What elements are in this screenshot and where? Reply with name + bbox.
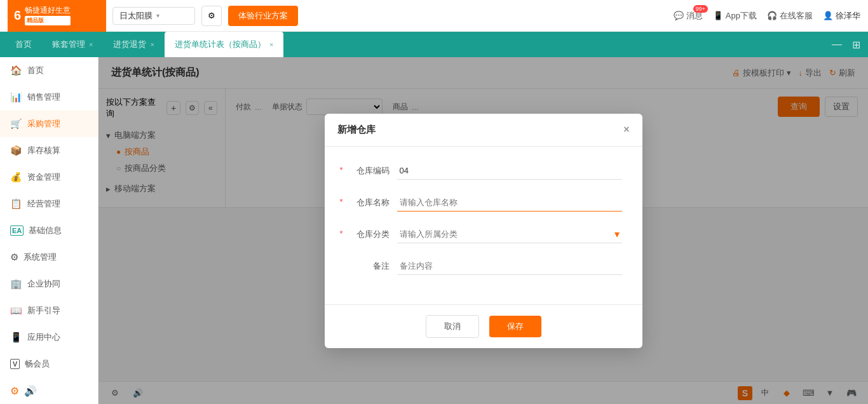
code-input[interactable] [397,162,622,180]
sidebar-item-purchase[interactable]: 🛒 采购管理 [0,111,98,137]
sidebar-item-system[interactable]: ⚙ 系统管理 [0,244,98,271]
gear-icon: ⚙ [208,11,215,20]
user-name: 徐泽华 [836,10,860,22]
sidebar-settings-icon[interactable]: ⚙ [10,385,19,397]
sidebar-item-membership[interactable]: V 畅会员 [0,351,98,377]
tab-bar: 首页 账套管理 × 进货退货 × 进货单统计表（按商品） × — ⊞ [0,32,868,57]
sidebar-item-membership-label: 畅会员 [25,358,50,370]
logo-badge: 精品版 [25,16,71,25]
sidebar-item-operations[interactable]: 📋 经营管理 [0,191,98,217]
cancel-button[interactable]: 取消 [426,315,479,338]
main-layout: 🏠 首页 📊 销售管理 🛒 采购管理 📦 库存核算 💰 资金管理 📋 经营管理 … [0,57,868,404]
tab-home-label: 首页 [15,39,32,50]
message-item[interactable]: 💬 消息 99+ [674,10,703,22]
form-row-notes: 备注 [345,257,622,275]
sidebar-item-basic-info-label: 基础信息 [29,225,62,236]
app-download-item[interactable]: 📱 App下载 [713,10,757,22]
notes-input[interactable] [397,257,622,275]
modal-overlay: 新增仓库 × 仓库编码 仓库名称 [98,57,868,404]
tab-purchase-return-label: 进货退货 [113,39,146,50]
store-name: 日太阳膜 [119,10,153,22]
notes-label: 备注 [345,260,390,272]
trial-button[interactable]: 体验行业方案 [228,6,298,26]
sidebar-item-inventory-label: 库存核算 [27,145,60,156]
headphone-icon: 🎧 [767,11,777,20]
home-icon: 🏠 [10,65,22,76]
sidebar-item-enterprise-label: 企业协同 [27,278,60,290]
operations-icon: 📋 [10,198,22,210]
sidebar-item-enterprise[interactable]: 🏢 企业协同 [0,271,98,297]
logo-text-area: 畅捷通好生意 精品版 [25,6,71,25]
tab-purchase-stats[interactable]: 进货单统计表（按商品） × [165,32,283,57]
message-badge: 99+ [693,5,708,13]
user-item[interactable]: 👤 徐泽华 [823,10,860,22]
sidebar-item-app-center[interactable]: 📱 应用中心 [0,324,98,351]
finance-icon: 💰 [10,172,22,183]
phone-icon: 📱 [713,11,723,20]
tab-purchase-return[interactable]: 进货退货 × [103,32,164,57]
modal-close-button[interactable]: × [623,124,629,135]
form-row-code: 仓库编码 [345,162,622,180]
modal-footer: 取消 保存 [325,304,642,348]
sidebar-item-inventory[interactable]: 📦 库存核算 [0,137,98,164]
sidebar-item-finance-label: 资金管理 [27,172,60,183]
sidebar-item-sales-label: 销售管理 [27,91,60,103]
new-warehouse-modal: 新增仓库 × 仓库编码 仓库名称 [325,114,642,348]
online-service-item[interactable]: 🎧 在线客服 [767,10,813,22]
sidebar-item-guide-label: 新手引导 [27,305,60,316]
content-area: 进货单统计(按商品) 🖨 按模板打印 ▾ ↓ 导出 ↻ 刷新 [98,57,868,404]
category-label: 仓库分类 [345,229,390,240]
sidebar-item-guide[interactable]: 📖 新手引导 [0,297,98,324]
membership-icon: V [10,359,20,369]
message-icon: 💬 [674,11,684,20]
code-label: 仓库编码 [345,165,390,177]
system-icon: ⚙ [10,252,18,263]
tab-purchase-stats-label: 进货单统计表（按商品） [175,39,266,50]
top-right-area: 💬 消息 99+ 📱 App下载 🎧 在线客服 👤 徐泽华 [674,10,860,22]
user-icon: 👤 [823,11,833,20]
logo-icon: 6 [14,8,21,23]
guide-icon: 📖 [10,305,22,316]
name-input[interactable] [397,194,622,212]
tab-window-actions: — ⊞ [829,36,863,53]
minimize-icon[interactable]: — [829,36,844,53]
name-label: 仓库名称 [345,197,390,208]
sidebar-item-purchase-label: 采购管理 [27,118,60,130]
modal-body: 仓库编码 仓库名称 仓库分类 ▾ [325,147,642,304]
sidebar-item-finance[interactable]: 💰 资金管理 [0,164,98,191]
sidebar: 🏠 首页 📊 销售管理 🛒 采购管理 📦 库存核算 💰 资金管理 📋 经营管理 … [0,57,98,404]
tab-purchase-stats-close[interactable]: × [269,41,273,48]
app-download-label: App下载 [726,10,757,22]
modal-header: 新增仓库 × [325,114,642,147]
save-button[interactable]: 保存 [489,316,541,337]
sidebar-bottom: ⚙ 🔊 [0,377,98,404]
top-bar: 6 畅捷通好生意 精品版 日太阳膜 ▾ ⚙ 体验行业方案 💬 消息 99+ 📱 … [0,0,868,32]
sales-icon: 📊 [10,91,22,103]
sidebar-item-basic-info[interactable]: EA 基础信息 [0,217,98,244]
basic-info-icon: EA [10,226,24,236]
category-dropdown-icon: ▾ [614,228,620,240]
category-select[interactable] [397,226,622,243]
chevron-down-icon: ▾ [156,12,159,19]
logo-text: 畅捷通好生意 [25,6,71,16]
enterprise-icon: 🏢 [10,278,22,290]
settings-button[interactable]: ⚙ [201,6,222,26]
modal-title: 新增仓库 [337,124,376,136]
maximize-icon[interactable]: ⊞ [850,36,863,53]
tab-home[interactable]: 首页 [5,32,42,57]
sidebar-item-home[interactable]: 🏠 首页 [0,57,98,84]
online-service-label: 在线客服 [780,10,813,22]
tab-accounts[interactable]: 账套管理 × [42,32,103,57]
form-row-name: 仓库名称 [345,194,622,212]
category-select-wrapper: ▾ [397,226,622,243]
sidebar-item-app-center-label: 应用中心 [27,332,60,343]
app-center-icon: 📱 [10,332,22,343]
tab-accounts-close[interactable]: × [89,41,93,48]
tab-purchase-return-close[interactable]: × [150,41,154,48]
sidebar-item-sales[interactable]: 📊 销售管理 [0,84,98,111]
logo-area: 6 畅捷通好生意 精品版 [8,0,106,32]
store-selector[interactable]: 日太阳膜 ▾ [112,7,195,25]
sidebar-speaker-icon[interactable]: 🔊 [24,385,37,397]
sidebar-item-system-label: 系统管理 [24,252,57,263]
sidebar-item-operations-label: 经营管理 [27,198,60,210]
